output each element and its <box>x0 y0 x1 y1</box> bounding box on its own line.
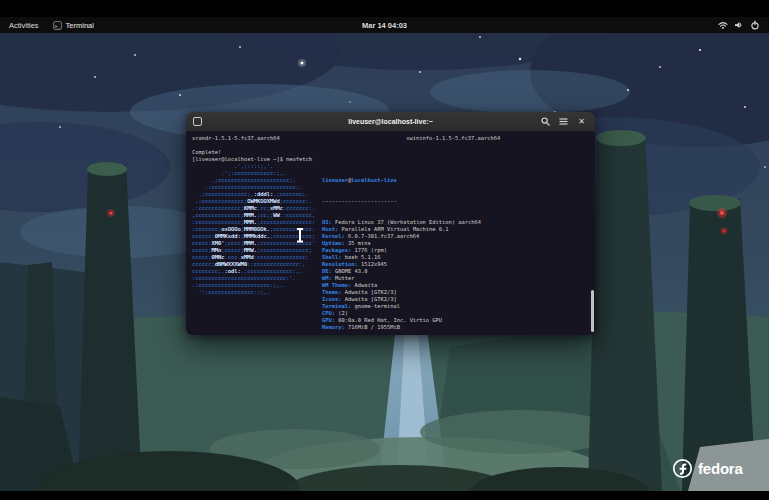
neofetch-info-line: Terminal: gnome-terminal <box>322 303 481 310</box>
system-status-area[interactable] <box>718 20 769 30</box>
neofetch-info-line: Theme: Adwaita [GTK2/3] <box>322 289 481 296</box>
network-wifi-icon <box>718 20 728 30</box>
terminal-window: liveuser@localhost-live:~ ✕ <box>186 112 595 335</box>
fedora-ascii-logo-highlight: :dddl: OWMKOOXMWd KMMc xMMc MMM. WW MMM.… <box>192 163 283 289</box>
neofetch-separator: ----------------------- <box>322 198 481 205</box>
terminal-scrollbar-thumb[interactable] <box>591 290 594 332</box>
neofetch-info-line: Packages: 1776 (rpm) <box>322 247 481 254</box>
fedora-logo-icon <box>672 458 693 479</box>
desktop[interactable]: Activities >_ Terminal Mar 14 04:03 <box>0 17 769 491</box>
neofetch-info-line: Host: Parallels ARM Virtual Machine 0.1 <box>322 226 481 233</box>
clock-button[interactable]: Mar 14 04:03 <box>362 21 407 30</box>
neofetch-info-panel: liveuser@localhost-live ----------------… <box>322 163 481 335</box>
fedora-watermark: fedora <box>672 458 743 479</box>
neofetch-info-line: Memory: 716MiB / 1955MiB <box>322 324 481 331</box>
top-bar: Activities >_ Terminal Mar 14 04:03 <box>0 17 769 33</box>
terminal-title: liveuser@localhost-live:~ <box>348 118 432 125</box>
neofetch-info-line: WM: Mutter <box>322 275 481 282</box>
neofetch-info-line: Kernel: 6.0.7-301.fc37.aarch64 <box>322 233 481 240</box>
volume-icon <box>734 20 744 30</box>
text-ibeam-pointer <box>296 228 304 242</box>
terminal-scrollback: xrandr-1.5.1-5.fc37.aarch64 xwininfo-1.1… <box>192 135 587 163</box>
terminal-headerbar[interactable]: liveuser@localhost-live:~ ✕ <box>186 112 595 132</box>
neofetch-output: .',;::::;,'. .';:cccccccccccc:;,. .;cccc… <box>192 163 587 335</box>
neofetch-info-line: CPU: (2) <box>322 310 481 317</box>
neofetch-info-line: GPU: 00:0a.0 Red Hat, Inc. Virtio GPU <box>322 317 481 324</box>
terminal-screen[interactable]: xrandr-1.5.1-5.fc37.aarch64 xwininfo-1.1… <box>186 132 595 335</box>
activities-button[interactable]: Activities <box>0 17 48 33</box>
fedora-wordmark: fedora <box>698 460 743 477</box>
neofetch-info-line: WM Theme: Adwaita <box>322 282 481 289</box>
window-icon[interactable] <box>193 117 202 126</box>
close-button[interactable]: ✕ <box>575 115 588 128</box>
close-icon: ✕ <box>578 118 585 126</box>
menu-button[interactable] <box>557 115 570 128</box>
neofetch-info-line: OS: Fedora Linux 37 (Workstation Edition… <box>322 219 481 226</box>
focused-app-label: Terminal <box>66 21 94 30</box>
power-icon <box>750 20 760 30</box>
terminal-app-icon: >_ <box>53 21 62 30</box>
neofetch-info-line: DE: GNOME 43.0 <box>322 268 481 275</box>
neofetch-user-host: liveuser@localhost-live <box>322 177 481 184</box>
neofetch-info-line: Icons: Adwaita [GTK2/3] <box>322 296 481 303</box>
focused-app-menu[interactable]: >_ Terminal <box>53 21 94 30</box>
search-icon <box>541 117 550 126</box>
neofetch-info-line: Resolution: 1512x945 <box>322 261 481 268</box>
neofetch-info-line: Uptime: 35 mins <box>322 240 481 247</box>
neofetch-info-list: OS: Fedora Linux 37 (Workstation Edition… <box>322 219 481 331</box>
hamburger-menu-icon <box>559 118 568 125</box>
neofetch-info-line: Shell: bash 5.1.16 <box>322 254 481 261</box>
search-button[interactable] <box>539 115 552 128</box>
